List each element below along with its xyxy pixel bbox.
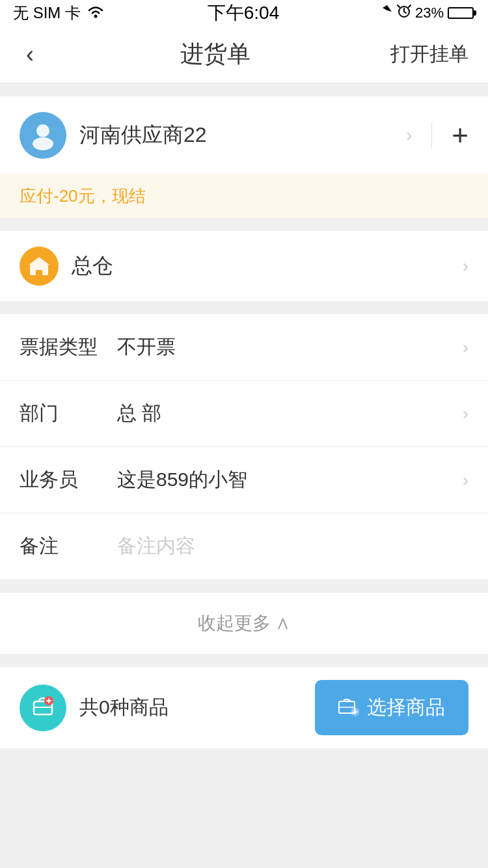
svg-marker-7 [29,257,49,265]
invoice-type-label: 票据类型 [20,334,98,360]
goods-count: 共0种商品 [79,694,302,721]
warehouse-name: 总仓 [72,252,463,280]
supplier-chevron-icon: › [406,125,412,146]
supplier-avatar [20,112,66,159]
warehouse-row[interactable]: 总仓 › [0,231,488,301]
collapse-label: 收起更多 ∧ [198,611,291,636]
status-time: 下午6:04 [208,1,280,25]
battery-icon [448,7,475,19]
supplier-notice: 应付-20元，现结 [0,174,488,218]
department-value: 总 部 [117,400,463,427]
open-pending-button[interactable]: 打开挂单 [390,41,468,68]
supplier-divider [431,122,432,148]
svg-point-4 [36,124,49,137]
warehouse-icon [20,247,59,286]
salesperson-value: 这是859的小智 [117,467,463,493]
salesperson-row[interactable]: 业务员 这是859的小智 › [0,447,488,513]
row-gap-1 [0,218,488,231]
supplier-section: 河南供应商22 › + 应付-20元，现结 [0,96,488,218]
location-icon [381,4,393,22]
salesperson-chevron-icon: › [463,470,468,491]
page-background [0,748,488,868]
status-left: 无 SIM 卡 [13,3,105,23]
status-bar: 无 SIM 卡 下午6:04 23% [0,0,488,26]
wifi-icon [86,4,105,22]
supplier-row[interactable]: 河南供应商22 › + [0,96,488,174]
remark-input[interactable]: 备注内容 [117,533,468,560]
svg-rect-8 [36,270,42,275]
bottom-bar: 共0种商品 选择商品 [0,667,488,748]
form-section: 票据类型 不开票 › 部门 总 部 › 业务员 这是859的小智 › 备注 备注… [0,314,488,579]
status-right: 23% [381,4,475,22]
svg-line-3 [404,12,406,13]
cart-icon-wrap [20,685,66,731]
remark-label: 备注 [20,533,98,560]
department-label: 部门 [20,400,98,427]
department-chevron-icon: › [463,403,468,424]
salesperson-label: 业务员 [20,467,98,493]
nav-bar: ‹ 进货单 打开挂单 [0,26,488,83]
select-goods-label: 选择商品 [367,694,445,721]
carrier-label: 无 SIM 卡 [13,3,81,23]
alarm-icon [397,4,411,22]
remark-row[interactable]: 备注 备注内容 [0,513,488,579]
select-goods-button[interactable]: 选择商品 [315,680,468,735]
invoice-type-row[interactable]: 票据类型 不开票 › [0,314,488,381]
page-title: 进货单 [180,38,251,70]
department-row[interactable]: 部门 总 部 › [0,381,488,447]
collapse-button[interactable]: 收起更多 ∧ [0,592,488,654]
svg-point-5 [33,137,53,150]
battery-percent: 23% [415,5,444,21]
invoice-type-chevron-icon: › [463,337,468,358]
invoice-type-value: 不开票 [117,334,463,360]
back-button[interactable]: ‹ [20,34,40,75]
supplier-name: 河南供应商22 [79,121,406,150]
warehouse-chevron-icon: › [463,256,468,277]
add-supplier-button[interactable]: + [452,121,468,150]
svg-point-0 [94,15,98,18]
section-gap-1 [0,83,488,96]
